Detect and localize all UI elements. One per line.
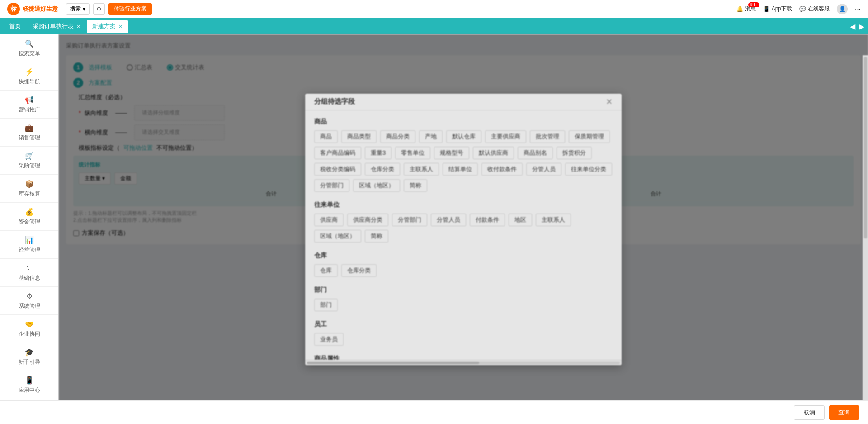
tab-purchase-close[interactable]: ✕ <box>76 24 80 29</box>
field-tag[interactable]: 简称 <box>365 230 388 243</box>
modal-hscroll[interactable] <box>305 360 622 365</box>
field-tag[interactable]: 主联系人 <box>536 214 571 226</box>
modal-close-button[interactable]: ✕ <box>606 97 613 107</box>
field-tag[interactable]: 地区 <box>509 214 532 226</box>
apps-icon: 📱 <box>25 376 34 385</box>
field-tag[interactable]: 分管部门 <box>392 214 427 226</box>
field-tag[interactable]: 区域（地区） <box>314 230 361 243</box>
user-avatar[interactable]: 👤 <box>837 4 848 14</box>
field-tag[interactable]: 商品别名 <box>518 147 553 159</box>
operations-icon: 📊 <box>25 235 34 244</box>
tab-prev-icon[interactable]: ◀ <box>850 22 855 31</box>
field-tag[interactable]: 收付款条件 <box>481 163 523 176</box>
basics-icon: 🗂 <box>25 263 34 272</box>
gear-icon: ⚙ <box>96 5 102 12</box>
field-tag[interactable]: 默认供应商 <box>473 147 514 159</box>
field-tag[interactable]: 仓库分类 <box>341 264 377 277</box>
settings-button[interactable]: ⚙ <box>93 3 105 15</box>
sidebar-label-system: 系统管理 <box>19 302 40 310</box>
employee-fields: 业务员 <box>314 333 613 346</box>
modal-overlay: 分组待选字段 ✕ 商品 商品 商品类型 商品分类 产地 默认仓库 主要供应商 <box>59 34 868 424</box>
online-service-button[interactable]: 💬 在线客服 <box>799 5 830 13</box>
sidebar-item-inventory[interactable]: 📦 库存核算 <box>0 175 58 203</box>
purchase-icon: 🛒 <box>25 151 34 160</box>
search-dropdown[interactable]: 搜索 ▾ <box>66 3 90 15</box>
field-tag[interactable]: 商品类型 <box>341 130 377 143</box>
sidebar-item-basics[interactable]: 🗂 基础信息 <box>0 259 58 287</box>
field-tag[interactable]: 税收分类编码 <box>314 163 361 176</box>
sidebar-item-operations[interactable]: 📊 经营管理 <box>0 231 58 259</box>
modal-body[interactable]: 商品 商品 商品类型 商品分类 产地 默认仓库 主要供应商 批次管理 保质期管理… <box>305 110 622 360</box>
tab-bar: 首页 采购订单执行表 ✕ 新建方案 ✕ ◀ ▶ <box>0 18 868 34</box>
field-tag[interactable]: 分管部门 <box>314 179 349 192</box>
app-download-label: App下载 <box>772 5 792 13</box>
field-tag[interactable]: 部门 <box>314 299 338 311</box>
field-group-product-title: 商品 <box>314 118 613 126</box>
sidebar-item-purchase[interactable]: 🛒 采购管理 <box>0 147 58 175</box>
tab-purchase-label: 采购订单执行表 <box>33 22 74 30</box>
tab-home-label: 首页 <box>9 22 21 30</box>
field-tag[interactable]: 供应商 <box>314 214 344 226</box>
field-tag[interactable]: 客户商品编码 <box>314 147 361 159</box>
field-tag[interactable]: 区域（地区） <box>353 179 400 192</box>
sales-icon: 💼 <box>25 123 34 132</box>
field-tag[interactable]: 保质期管理 <box>569 130 610 143</box>
sidebar-label-basics: 基础信息 <box>19 274 40 282</box>
tab-next-icon[interactable]: ▶ <box>859 22 864 31</box>
app-download-button[interactable]: 📱 App下载 <box>763 5 792 13</box>
sidebar-item-guide[interactable]: 🎓 新手引导 <box>0 343 58 371</box>
field-tag[interactable]: 默认仓库 <box>446 130 481 143</box>
field-tag[interactable]: 供应商分类 <box>347 214 388 226</box>
field-tag[interactable]: 分管人员 <box>431 214 466 226</box>
field-group-partner-title: 往来单位 <box>314 201 613 209</box>
field-tag[interactable]: 主要供应商 <box>485 130 526 143</box>
tab-purchase-execution[interactable]: 采购订单执行表 ✕ <box>27 20 86 33</box>
modal-header: 分组待选字段 ✕ <box>305 94 622 111</box>
field-tag[interactable]: 业务员 <box>314 333 344 346</box>
bell-icon: 🔔 <box>736 6 743 12</box>
field-tag[interactable]: 规格型号 <box>434 147 469 159</box>
field-group-product-attr-title: 商品属性 <box>314 355 613 360</box>
cancel-button[interactable]: 取消 <box>794 405 825 420</box>
field-tag[interactable]: 商品 <box>314 130 338 143</box>
chevron-down-icon: ▾ <box>83 6 85 12</box>
field-tag[interactable]: 拆货积分 <box>557 147 592 159</box>
guide-icon: 🎓 <box>25 348 34 357</box>
field-tag[interactable]: 批次管理 <box>530 130 565 143</box>
confirm-button[interactable]: 查询 <box>829 405 859 420</box>
tab-home[interactable]: 首页 <box>4 20 26 33</box>
field-tag[interactable]: 零售单位 <box>395 147 430 159</box>
finance-icon: 💰 <box>25 207 34 216</box>
sidebar-item-collab[interactable]: 🤝 企业协同 <box>0 315 58 343</box>
field-tag[interactable]: 主联系人 <box>404 163 439 176</box>
field-tag[interactable]: 分管人员 <box>526 163 561 176</box>
field-group-department-title: 部门 <box>314 286 613 294</box>
sidebar-item-marketing[interactable]: 📢 营销推广 <box>0 91 58 119</box>
sidebar-label-apps: 应用中心 <box>19 386 40 394</box>
field-group-product: 商品 商品 商品类型 商品分类 产地 默认仓库 主要供应商 批次管理 保质期管理… <box>314 118 613 192</box>
field-tag[interactable]: 简称 <box>404 179 427 192</box>
field-group-employee-title: 员工 <box>314 320 613 329</box>
field-tag[interactable]: 仓库 <box>314 264 338 277</box>
field-tag[interactable]: 仓库分类 <box>365 163 400 176</box>
field-tag[interactable]: 付款条件 <box>470 214 505 226</box>
tab-new-plan-close[interactable]: ✕ <box>118 24 123 29</box>
field-tag[interactable]: 结算单位 <box>443 163 478 176</box>
field-tag[interactable]: 重量3 <box>365 147 392 159</box>
sidebar-item-finance[interactable]: 💰 资金管理 <box>0 203 58 231</box>
sidebar-item-system[interactable]: ⚙ 系统管理 <box>0 287 58 315</box>
sidebar-item-apps[interactable]: 📱 应用中心 <box>0 371 58 399</box>
field-tag[interactable]: 往来单位分类 <box>565 163 612 176</box>
experience-button[interactable]: 体验行业方案 <box>108 3 152 15</box>
field-tag[interactable]: 商品分类 <box>380 130 415 143</box>
sidebar-item-search[interactable]: 🔍 搜索菜单 <box>0 34 58 62</box>
field-group-employee: 员工 业务员 <box>314 320 613 346</box>
tab-new-plan-label: 新建方案 <box>92 22 116 30</box>
sidebar-item-sales[interactable]: 💼 销售管理 <box>0 119 58 147</box>
messages-button[interactable]: 🔔 消息 99+ <box>736 5 756 13</box>
field-tag[interactable]: 产地 <box>419 130 443 143</box>
tab-new-plan[interactable]: 新建方案 ✕ <box>87 20 128 33</box>
messages-badge: 99+ <box>748 2 760 7</box>
sidebar-item-quick-nav[interactable]: ⚡ 快捷导航 <box>0 62 58 91</box>
hscroll-thumb <box>307 362 479 364</box>
